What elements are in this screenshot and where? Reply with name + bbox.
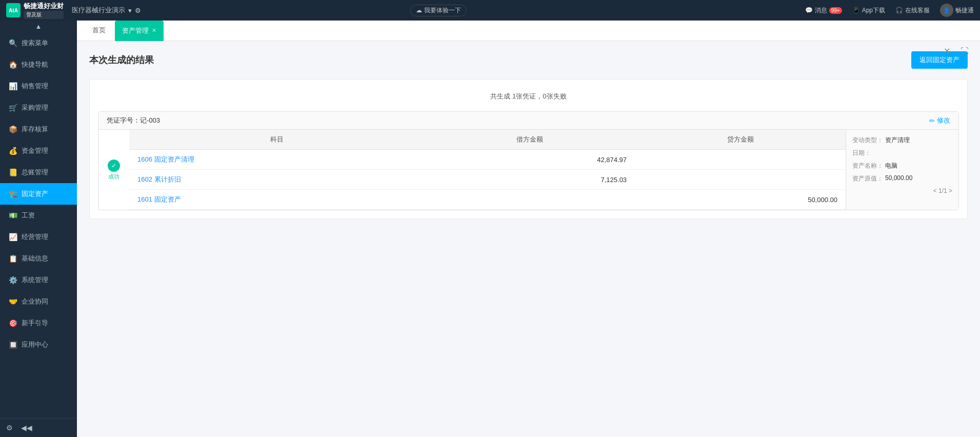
- sidebar-icon-app-center: 🔲: [8, 340, 17, 349]
- sidebar-item-guide[interactable]: 🎯 新手引导: [0, 312, 77, 334]
- result-area: 共生成 1张凭证，0张失败 凭证字号：记-003 ✏ 修改: [89, 79, 968, 219]
- sidebar-item-app-center[interactable]: 🔲 应用中心: [0, 334, 77, 355]
- info-pagination[interactable]: < 1/1 >: [852, 187, 952, 194]
- sidebar-icon-sales: 📊: [8, 82, 17, 91]
- edit-icon: ✏: [929, 117, 935, 125]
- cell-debit: [424, 190, 635, 210]
- asset-name-label: 资产名称：: [852, 162, 883, 170]
- content-area: 首页 资产管理 ✕ 本次生成的结果 返回固定资产 ✕ ⛶ 共生成 1张凭证，0张…: [77, 21, 980, 437]
- expand-panel-button[interactable]: ⛶: [957, 45, 972, 57]
- voucher-table-wrap: 科目 借方金额 贷方金额 1606 固定资产清理 42,874.97 1602: [129, 130, 846, 210]
- sidebar-label-basic-info: 基础信息: [22, 254, 48, 263]
- voucher-info-panel: 变动类型： 资产清理 日期： 资产名称： 电脑: [846, 130, 958, 210]
- col-header-subject: 科目: [129, 130, 424, 150]
- collapse-icon[interactable]: ◀◀: [21, 424, 32, 432]
- company-dropdown-icon[interactable]: ▾: [128, 7, 132, 14]
- app-name: 畅捷通好业财: [24, 2, 64, 11]
- sidebar-item-funds[interactable]: 💰 资金管理: [0, 140, 77, 162]
- status-cell: ✓ 成功: [98, 130, 129, 210]
- sidebar-item-basic-info[interactable]: 📋 基础信息: [0, 248, 77, 269]
- sidebar-item-payroll[interactable]: 💵 工资: [0, 205, 77, 226]
- scroll-up[interactable]: ▲: [0, 21, 77, 32]
- sidebar-item-ops[interactable]: 📈 经营管理: [0, 226, 77, 248]
- sidebar-item-quick-nav[interactable]: 🏠 快捷导航: [0, 54, 77, 75]
- sidebar-label-system: 系统管理: [22, 275, 48, 285]
- user-action[interactable]: 👤 畅捷通: [940, 4, 974, 17]
- tab-asset-mgmt[interactable]: 资产管理 ✕: [115, 21, 164, 41]
- sidebar-icon-ops: 📈: [8, 232, 17, 242]
- sidebar-label-fixed-assets: 固定资产: [22, 189, 48, 198]
- cell-debit: 42,874.97: [424, 150, 635, 170]
- col-header-credit: 贷方金额: [635, 130, 846, 150]
- sidebar-icon-system: ⚙️: [8, 275, 17, 285]
- table-with-status: ✓ 成功 科目 借方金额 贷方: [98, 130, 846, 210]
- logo-icon: AtA: [6, 3, 21, 17]
- company-name: 医疗器械行业演示: [72, 6, 125, 15]
- tab-home[interactable]: 首页: [85, 21, 113, 41]
- subject-link[interactable]: 1602 累计折旧: [137, 175, 181, 183]
- sidebar-icon-funds: 💰: [8, 146, 17, 155]
- sidebar-item-purchase[interactable]: 🛒 采购管理: [0, 97, 77, 118]
- sidebar-item-fixed-assets[interactable]: 🏗️ 固定资产: [0, 183, 77, 205]
- headset-icon: 🎧: [895, 7, 903, 14]
- avatar: 👤: [940, 4, 953, 17]
- sidebar-item-ledger[interactable]: 📒 总账管理: [0, 162, 77, 183]
- sidebar-icon-guide: 🎯: [8, 319, 17, 328]
- nav-tabs: 首页 资产管理 ✕: [77, 21, 980, 41]
- info-asset-value: 资产原值： 50,000.00: [852, 174, 952, 183]
- settings-icon[interactable]: ⚙: [135, 7, 141, 14]
- sidebar-item-sales[interactable]: 📊 销售管理: [0, 75, 77, 97]
- table-row: 1602 累计折旧 7,125.03: [129, 170, 846, 190]
- sidebar-item-inventory[interactable]: 📦 库存核算: [0, 118, 77, 140]
- voucher-table: 科目 借方金额 贷方金额 1606 固定资产清理 42,874.97 1602: [129, 130, 846, 210]
- edit-button[interactable]: ✏ 修改: [929, 116, 950, 125]
- sidebar-item-search[interactable]: 🔍 搜索菜单: [0, 32, 77, 54]
- change-type-label: 变动类型：: [852, 136, 883, 145]
- table-row: 1601 固定资产 50,000.00: [129, 190, 846, 210]
- cloud-icon: ☁: [416, 7, 422, 14]
- result-summary: 共生成 1张凭证，0张失败: [98, 88, 959, 105]
- change-type-value: 资产清理: [885, 136, 910, 145]
- sidebar-icon-enterprise: 🤝: [8, 297, 17, 306]
- info-change-type: 变动类型： 资产清理: [852, 136, 952, 145]
- sidebar-item-enterprise[interactable]: 🤝 企业协同: [0, 291, 77, 312]
- sidebar-label-search: 搜索菜单: [22, 38, 48, 48]
- asset-mgmt-tab-label: 资产管理: [122, 26, 149, 35]
- asset-value-value: 50,000.00: [885, 174, 912, 182]
- info-asset-name: 资产名称： 电脑: [852, 162, 952, 170]
- logo: AtA 畅捷通好业财 普及版: [6, 2, 64, 19]
- message-action[interactable]: 💬 消息 99+: [805, 6, 842, 15]
- sidebar-label-sales: 销售管理: [22, 82, 48, 91]
- sidebar-label-quick-nav: 快捷导航: [22, 60, 48, 69]
- sidebar-icon-search: 🔍: [8, 38, 17, 48]
- table-row: 1606 固定资产清理 42,874.97: [129, 150, 846, 170]
- asset-name-value: 电脑: [885, 162, 897, 170]
- app-download-label: App下载: [862, 6, 885, 15]
- asset-value-label: 资产原值：: [852, 174, 883, 183]
- sidebar-icon-quick-nav: 🏠: [8, 60, 17, 69]
- voucher-header: 凭证字号：记-003 ✏ 修改: [98, 112, 958, 130]
- topbar-actions: 💬 消息 99+ 📱 App下载 🎧 在线客服 👤 畅捷通: [805, 4, 974, 17]
- sidebar-icon-fixed-assets: 🏗️: [8, 189, 17, 198]
- subject-link[interactable]: 1606 固定资产清理: [137, 155, 194, 163]
- message-icon: 💬: [805, 7, 813, 14]
- try-button[interactable]: ☁ 我要体验一下: [410, 5, 467, 16]
- settings-icon[interactable]: ⚙: [6, 424, 13, 432]
- page-content: 本次生成的结果 返回固定资产 ✕ ⛶ 共生成 1张凭证，0张失败 凭证字号：记-…: [77, 41, 980, 437]
- sidebar-label-funds: 资金管理: [22, 146, 48, 155]
- message-label: 消息: [815, 6, 827, 15]
- subject-link[interactable]: 1601 固定资产: [137, 195, 181, 203]
- close-panel-button[interactable]: ✕: [941, 45, 953, 57]
- success-icon: ✓: [108, 160, 120, 172]
- page-header: 本次生成的结果 返回固定资产: [89, 51, 968, 69]
- sidebar-item-system[interactable]: ⚙️ 系统管理: [0, 269, 77, 291]
- tab-close-icon[interactable]: ✕: [152, 27, 156, 34]
- online-service-action[interactable]: 🎧 在线客服: [895, 6, 930, 15]
- date-label: 日期：: [852, 149, 871, 157]
- app-download-action[interactable]: 📱 App下载: [852, 6, 885, 15]
- sidebar-icon-payroll: 💵: [8, 211, 17, 220]
- company-selector[interactable]: 医疗器械行业演示 ▾ ⚙: [72, 6, 410, 15]
- download-icon: 📱: [852, 7, 860, 14]
- user-label: 畅捷通: [955, 6, 974, 15]
- sidebar-icon-inventory: 📦: [8, 125, 17, 134]
